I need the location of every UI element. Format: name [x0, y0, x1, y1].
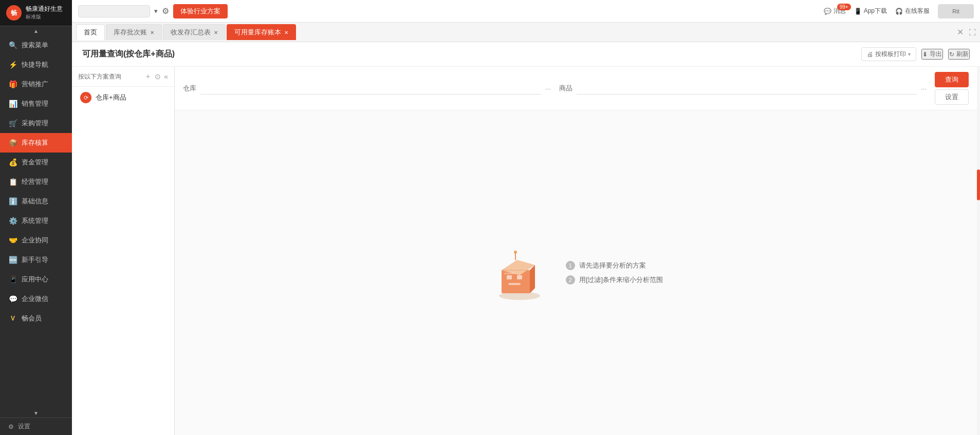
warehouse-product-icon: ⟳ [80, 92, 91, 103]
message-badge: 99+ [837, 4, 851, 10]
tab-inventory-summary[interactable]: 收发存汇总表 ✕ [163, 24, 226, 40]
tab-available-ledger[interactable]: 可用量库存账本 ✕ [227, 24, 296, 40]
sidebar-item-label: 企业微信 [22, 294, 48, 304]
query-button[interactable]: 查询 [935, 72, 969, 87]
sidebar-item-label: 经营管理 [22, 177, 48, 186]
product-more-btn[interactable]: ··· [921, 85, 927, 92]
sidebar-item-newbie[interactable]: 🆕 新手引导 [0, 250, 72, 270]
footer-label: 设置 [18, 422, 30, 431]
sidebar: 畅 畅康通好生意 标准版 ▲ 🔍 搜索菜单 ⚡ 快捷导航 🎁 营销推广 📊 销售… [0, 0, 72, 435]
sidebar-item-wechat[interactable]: 💬 企业微信 [0, 289, 72, 309]
expand-btn[interactable]: ⛶ [969, 28, 976, 36]
scroll-indicator[interactable] [977, 169, 980, 200]
sidebar-item-shortcut[interactable]: ⚡ 快捷导航 [0, 55, 72, 74]
app-name: 畅康通好生意 [26, 5, 63, 13]
online-service-btn[interactable]: 🎧 在线客服 [895, 7, 930, 15]
sidebar-item-basic[interactable]: ℹ️ 基础信息 [0, 192, 72, 211]
export-icon: ⬇ [922, 51, 928, 58]
tab-inventory-summary-close[interactable]: ✕ [214, 30, 218, 35]
sidebar-item-label: 搜索菜单 [22, 41, 48, 50]
app-logo: 畅 [6, 5, 22, 21]
filter-panel: 按以下方案查询 ＋ ⊙ « ⟳ 仓库+商品 [72, 67, 175, 435]
sidebar-item-purchase[interactable]: 🛒 采购管理 [0, 114, 72, 133]
app-download-btn[interactable]: 📱 App下载 [854, 7, 887, 15]
warehouse-input[interactable] [200, 82, 541, 94]
shortcut-icon: ⚡ [8, 61, 17, 69]
topbar-gear-btn[interactable]: ⚙ [162, 6, 169, 16]
empty-box-svg [489, 242, 550, 304]
product-field: 商品 ··· [559, 82, 927, 94]
sidebar-item-sales[interactable]: 📊 销售管理 [0, 94, 72, 114]
user-avatar[interactable]: Rit [938, 4, 974, 18]
step-2-num: 2 [566, 275, 575, 285]
page-title: 可用量查询(按仓库+商品) [82, 49, 175, 60]
tab-close-all-btn[interactable]: ✕ [957, 27, 964, 37]
newbie-icon: 🆕 [8, 256, 17, 264]
tab-batch-ledger[interactable]: 库存批次账 ✕ [106, 24, 162, 40]
tab-batch-ledger-label: 库存批次账 [114, 28, 147, 37]
product-input[interactable] [577, 82, 917, 94]
refresh-icon: ↻ [949, 51, 954, 58]
tab-batch-ledger-close[interactable]: ✕ [150, 30, 154, 35]
sidebar-footer[interactable]: ⚙ 设置 [0, 418, 72, 435]
appstore-icon: 📱 [8, 275, 17, 283]
filter-title: 按以下方案查询 [78, 72, 121, 81]
sidebar-item-label: 系统管理 [22, 216, 48, 225]
filter-collapse-btn[interactable]: « [164, 72, 168, 81]
search-icon: 🔍 [8, 41, 17, 49]
warehouse-more-btn[interactable]: ··· [545, 85, 551, 92]
sidebar-item-search[interactable]: 🔍 搜索菜单 [0, 35, 72, 55]
sidebar-item-marketing[interactable]: 🎁 营销推广 [0, 74, 72, 94]
tab-home[interactable]: 首页 [76, 24, 105, 40]
topbar-dropdown-btn[interactable]: ▾ [154, 7, 158, 15]
sidebar-item-label: 应用中心 [22, 275, 48, 284]
app-edition: 标准版 [26, 13, 63, 21]
sidebar-item-label: 库存核算 [22, 138, 48, 147]
svg-marker-3 [530, 265, 535, 293]
right-panel: 仓库 ··· 商品 ··· 查询 设置 [175, 67, 977, 435]
sidebar-item-member[interactable]: V 畅会员 [0, 309, 72, 328]
empty-text: 1 请先选择要分析的方案 2 用[过滤]条件来缩小分析范围 [566, 261, 663, 285]
sidebar-item-enterprise[interactable]: 🤝 企业协同 [0, 231, 72, 250]
wechat-icon: 💬 [8, 295, 17, 303]
tab-available-ledger-close[interactable]: ✕ [284, 30, 288, 35]
phone-icon: 📱 [854, 8, 862, 15]
sales-icon: 📊 [8, 100, 17, 108]
sidebar-header: 畅 畅康通好生意 标准版 [0, 0, 72, 26]
filter-settings-btn[interactable]: ⊙ [155, 72, 161, 81]
filter-add-btn[interactable]: ＋ [144, 72, 152, 81]
app-download-label: App下载 [864, 7, 887, 15]
tab-home-label: 首页 [84, 28, 97, 37]
sidebar-scroll-up[interactable]: ▲ [0, 26, 72, 35]
sidebar-item-label: 资金管理 [22, 158, 48, 167]
svg-rect-5 [504, 273, 514, 274]
filter-item-warehouse-product[interactable]: ⟳ 仓库+商品 [72, 87, 174, 108]
printer-icon: 🖨 [867, 51, 873, 58]
step-1-num: 1 [566, 261, 575, 270]
query-bar: 仓库 ··· 商品 ··· 查询 设置 [175, 67, 977, 110]
print-button[interactable]: 🖨 按模板打印 ▾ [861, 47, 916, 61]
tab-inventory-summary-label: 收发存汇总表 [171, 28, 211, 37]
empty-state: 1 请先选择要分析的方案 2 用[过滤]条件来缩小分析范围 [175, 110, 977, 435]
username-label: Rit [952, 8, 959, 14]
sidebar-item-label: 新手引导 [22, 255, 48, 264]
filter-header: 按以下方案查询 ＋ ⊙ « [72, 67, 174, 87]
trial-button[interactable]: 体验行业方案 [173, 4, 228, 18]
sidebar-item-finance[interactable]: 💰 资金管理 [0, 153, 72, 172]
sidebar-item-system[interactable]: ⚙️ 系统管理 [0, 211, 72, 231]
sidebar-item-operation[interactable]: 📋 经营管理 [0, 172, 72, 192]
topbar-search-input[interactable] [78, 5, 150, 17]
online-service-label: 在线客服 [905, 7, 930, 15]
export-button[interactable]: ⬇ 导出 [921, 49, 943, 60]
sidebar-item-appstore[interactable]: 📱 应用中心 [0, 270, 72, 289]
purchase-icon: 🛒 [8, 119, 17, 127]
message-btn[interactable]: 💬 消息 99+ [824, 7, 846, 15]
settings-button[interactable]: 设置 [935, 89, 969, 105]
sidebar-nav: 🔍 搜索菜单 ⚡ 快捷导航 🎁 营销推广 📊 销售管理 🛒 采购管理 📦 库存核… [0, 35, 72, 408]
sidebar-item-label: 基础信息 [22, 197, 48, 206]
sidebar-item-inventory[interactable]: 📦 库存核算 [0, 133, 72, 153]
sidebar-scroll-down[interactable]: ▼ [0, 408, 72, 418]
refresh-button[interactable]: ↻ 刷新 [948, 49, 970, 60]
sidebar-item-label: 畅会员 [22, 314, 42, 323]
page-actions: 🖨 按模板打印 ▾ ⬇ 导出 ↻ 刷新 [861, 47, 970, 61]
